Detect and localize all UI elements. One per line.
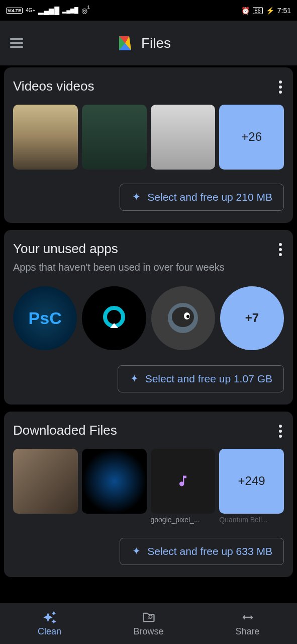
unused-apps-card: Your unused apps Apps that haven't been … <box>4 230 293 405</box>
videos-free-up-button[interactable]: Select and free up 210 MB <box>120 184 284 211</box>
video-overflow-thumbnail[interactable]: +26 <box>219 105 284 170</box>
video-thumbnail[interactable] <box>82 105 147 170</box>
app-icon-photoshop-camera[interactable]: PsC <box>13 286 77 350</box>
videos-more-button[interactable] <box>277 78 284 96</box>
signal-bars-icon: ▂▄▆█ <box>38 7 59 15</box>
downloads-thumbnails: google_pixel_... +249 Quantum Bell... <box>13 449 284 524</box>
app-header: Files <box>0 21 297 65</box>
sparkle-icon <box>129 373 140 384</box>
volte-indicator: VoLTE <box>6 8 23 14</box>
downloads-title: Downloaded Files <box>13 423 117 438</box>
nav-label: Browse <box>133 626 163 637</box>
main-content[interactable]: Videos videos +26 Select and free up 210… <box>0 65 297 603</box>
downloads-more-button[interactable] <box>277 423 284 440</box>
clock-text: 7:51 <box>277 7 291 15</box>
download-thumbnail <box>13 449 78 514</box>
network-4g-icon: 4G+ <box>26 8 35 13</box>
charging-icon: ⚡ <box>266 7 274 15</box>
signal-bars-icon-2: ▂▄▆█ <box>62 7 78 14</box>
browse-icon <box>142 610 156 624</box>
svg-point-4 <box>186 315 189 318</box>
videos-thumbnails: +26 <box>13 105 284 170</box>
overflow-count: +7 <box>245 311 259 325</box>
sparkle-icon <box>131 192 142 203</box>
status-left: VoLTE 4G+ ▂▄▆█ ▂▄▆█ ◎1 <box>6 7 87 15</box>
unused-apps-free-up-button[interactable]: Select and free up 1.07 GB <box>118 365 284 392</box>
video-thumbnail[interactable] <box>13 105 78 170</box>
sparkle-icon <box>131 546 142 557</box>
nav-clean[interactable]: Clean <box>0 603 99 644</box>
download-thumbnail <box>82 449 147 514</box>
video-thumbnail[interactable] <box>151 105 216 170</box>
nav-label: Share <box>235 626 259 637</box>
download-item[interactable] <box>13 449 78 524</box>
downloads-card: Downloaded Files google_pixel_... +249 Q… <box>4 412 293 577</box>
music-note-icon <box>176 472 190 490</box>
clean-icon <box>43 610 57 624</box>
overflow-count: +26 <box>241 130 262 144</box>
button-label: Select and free up 1.07 GB <box>145 373 272 385</box>
bottom-nav: Clean Browse Share <box>0 603 297 644</box>
header-title: Files <box>0 34 287 52</box>
nav-browse[interactable]: Browse <box>99 603 198 644</box>
unused-apps-more-button[interactable] <box>277 241 284 258</box>
nav-label: Clean <box>38 626 61 637</box>
videos-card-title: Videos videos <box>13 78 94 94</box>
files-logo-icon <box>116 34 134 52</box>
download-overflow-thumbnail: +249 <box>219 449 284 514</box>
videos-card: Videos videos +26 Select and free up 210… <box>4 67 293 223</box>
svg-point-2 <box>172 307 194 327</box>
download-filename: google_pixel_... <box>151 516 216 524</box>
share-icon <box>241 610 255 624</box>
nav-share[interactable]: Share <box>198 603 297 644</box>
download-item[interactable] <box>82 449 147 524</box>
overflow-count: +249 <box>238 474 265 488</box>
download-item[interactable]: google_pixel_... <box>151 449 216 524</box>
button-label: Select and free up 633 MB <box>147 545 272 557</box>
alarm-icon: ⏰ <box>241 7 250 15</box>
status-right: ⏰ 86 ⚡ 7:51 <box>241 7 291 15</box>
download-overflow-item[interactable]: +249 Quantum Bell... <box>219 449 284 524</box>
downloads-free-up-button[interactable]: Select and free up 633 MB <box>120 538 284 565</box>
download-filename: Quantum Bell... <box>219 516 284 524</box>
unused-apps-subtitle: Apps that haven't been used in over four… <box>13 261 225 274</box>
unused-apps-title: Your unused apps <box>13 241 225 257</box>
button-label: Select and free up 210 MB <box>147 191 272 203</box>
battery-indicator: 86 <box>253 7 263 14</box>
app-overflow-icon[interactable]: +7 <box>220 286 284 350</box>
status-bar: VoLTE 4G+ ▂▄▆█ ▂▄▆█ ◎1 ⏰ 86 ⚡ 7:51 <box>0 0 297 21</box>
app-title: Files <box>141 35 171 51</box>
app-icon-quik[interactable] <box>82 286 146 350</box>
download-thumbnail-audio <box>151 449 216 514</box>
app-icon-game[interactable] <box>151 286 215 350</box>
hotspot-icon: ◎1 <box>81 7 87 15</box>
unused-apps-icons: PsC +7 <box>13 286 284 350</box>
